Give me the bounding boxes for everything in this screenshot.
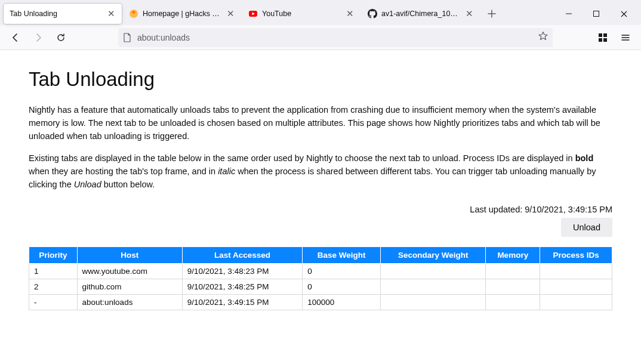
cell-host: about:unloads [77,294,182,310]
page-content: Tab Unloading Nightly has a feature that… [0,50,641,328]
ghacks-icon [129,9,138,18]
unload-button[interactable]: Unload [561,218,612,237]
cell-memory [486,294,540,310]
svg-rect-3 [599,33,602,37]
table-header-row: Priority Host Last Accessed Base Weight … [29,246,612,263]
cell-last_accessed: 9/10/2021, 3:48:23 PM [182,263,302,279]
svg-rect-2 [594,11,599,17]
cell-secondary_weight [381,279,486,294]
svg-rect-4 [603,33,607,37]
browser-tab-2[interactable]: YouTube ✕ [242,4,360,24]
svg-rect-5 [599,38,602,42]
cell-priority: 2 [29,279,78,294]
tabs-table: Priority Host Last Accessed Base Weight … [29,246,612,310]
forward-button[interactable] [29,28,48,47]
tab-title: YouTube [262,10,341,18]
url-input[interactable] [137,33,532,42]
url-bar[interactable] [118,28,553,47]
tab-title: Tab Unloading [10,10,102,18]
last-updated: Last updated: 9/10/2021, 3:49:15 PM [470,205,612,214]
cell-base_weight: 100000 [303,294,381,310]
extensions-button[interactable] [593,28,612,47]
page-icon [123,33,131,42]
tab-title: Homepage | gHacks Techno [143,10,221,18]
col-process-ids: Process IDs [540,246,612,263]
table-row: -about:unloads9/10/2021, 3:49:15 PM10000… [29,294,612,310]
close-window-button[interactable] [610,4,637,23]
bookmark-star-icon[interactable] [538,31,548,44]
new-tab-button[interactable] [483,5,500,22]
close-icon[interactable]: ✕ [106,9,116,18]
cell-process_ids [540,263,612,279]
window-controls [555,4,637,23]
col-host: Host [77,246,182,263]
cell-secondary_weight [381,294,486,310]
close-icon[interactable]: ✕ [345,9,355,18]
col-memory: Memory [486,246,540,263]
cell-base_weight: 0 [303,279,381,294]
intro-paragraph-1: Nightly has a feature that automatically… [29,104,612,143]
col-last-accessed: Last Accessed [182,246,302,263]
browser-tab-1[interactable]: Homepage | gHacks Techno ✕ [123,4,241,24]
back-button[interactable] [6,28,25,47]
cell-priority: 1 [29,263,78,279]
actions-bar: Last updated: 9/10/2021, 3:49:15 PM Unlo… [29,205,612,237]
menu-button[interactable] [616,28,635,47]
cell-secondary_weight [381,263,486,279]
maximize-button[interactable] [583,4,610,23]
youtube-icon [248,9,258,18]
cell-last_accessed: 9/10/2021, 3:49:15 PM [182,294,302,310]
github-icon [368,9,377,18]
cell-last_accessed: 9/10/2021, 3:48:25 PM [182,279,302,294]
svg-rect-6 [603,38,607,42]
cell-base_weight: 0 [303,263,381,279]
cell-process_ids [540,279,612,294]
minimize-button[interactable] [555,4,583,23]
col-base-weight: Base Weight [303,246,381,263]
browser-tab-3[interactable]: av1-avif/Chimera_10bit_cro ✕ [362,4,480,24]
reload-button[interactable] [51,28,70,47]
svg-point-0 [130,10,138,18]
toolbar-right [593,28,635,47]
intro-paragraph-2: Existing tabs are displayed in the table… [29,152,612,191]
cell-memory [486,263,540,279]
table-row: 1www.youtube.com9/10/2021, 3:48:23 PM0 [29,263,612,279]
close-icon[interactable]: ✕ [226,9,235,18]
tab-title: av1-avif/Chimera_10bit_cro [381,10,460,18]
toolbar [0,25,641,50]
cell-host: github.com [77,279,182,294]
cell-priority: - [29,294,78,310]
cell-memory [486,279,540,294]
browser-tab-0[interactable]: Tab Unloading ✕ [4,4,122,24]
close-icon[interactable]: ✕ [464,9,474,18]
col-secondary-weight: Secondary Weight [381,246,486,263]
tab-bar: Tab Unloading ✕ Homepage | gHacks Techno… [0,0,641,25]
page-title: Tab Unloading [29,68,612,91]
table-row: 2github.com9/10/2021, 3:48:25 PM0 [29,279,612,294]
cell-process_ids [540,294,612,310]
col-priority: Priority [29,246,78,263]
cell-host: www.youtube.com [77,263,182,279]
